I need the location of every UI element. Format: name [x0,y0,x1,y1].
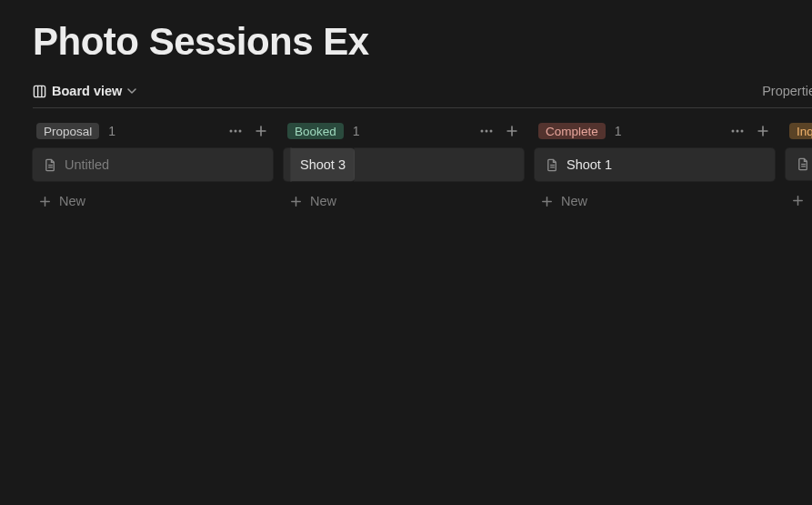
status-badge[interactable]: Inq [789,123,812,139]
add-card-icon[interactable] [253,123,269,139]
document-icon [44,158,57,172]
more-icon[interactable] [227,123,244,139]
document-icon [797,157,810,171]
more-icon[interactable] [478,123,495,139]
card-empty-area[interactable] [355,148,524,181]
plus-icon [38,195,52,208]
board-column: InqN [786,121,812,216]
svg-rect-0 [34,86,45,96]
board-column: Booked1Shoot 3New [284,121,524,216]
chevron-down-icon [127,86,136,96]
new-card-button[interactable]: New [535,187,775,216]
svg-point-3 [230,130,233,133]
board-card[interactable]: Shoot 3 [284,148,524,181]
new-card-button[interactable]: N [786,186,812,215]
page-title[interactable]: Photo Sessions Ex [33,20,812,64]
card-gutter [284,148,291,181]
column-header: Inq [786,121,812,148]
board-container: Proposal1UntitledNewBooked1Shoot 3NewCom… [33,121,812,216]
status-badge[interactable]: Booked [287,123,344,139]
add-card-icon[interactable] [755,123,771,139]
column-header: Complete1 [535,121,775,148]
new-card-button[interactable]: New [33,187,273,216]
svg-point-19 [732,130,735,133]
new-card-label: New [310,194,336,208]
svg-point-21 [741,130,744,133]
board-column: Complete1Shoot 1New [535,121,775,216]
svg-point-12 [481,130,484,133]
card-title: Shoot 1 [566,157,612,172]
svg-point-5 [239,130,242,133]
board-view-button[interactable]: Board view [33,84,136,98]
board-card[interactable] [786,148,812,180]
status-badge[interactable]: Complete [538,123,606,139]
plus-icon [540,195,554,208]
column-header: Proposal1 [33,121,273,148]
card-title: Untitled [65,157,109,172]
new-card-button[interactable]: New [284,187,524,216]
column-count: 1 [353,124,360,138]
board-view-label: Board view [52,84,122,98]
new-card-label: New [59,194,85,208]
board-column: Proposal1UntitledNew [33,121,273,216]
card-title[interactable]: Shoot 3 [300,157,346,172]
svg-point-20 [737,130,739,133]
board-icon [33,85,46,98]
board-card[interactable]: Untitled [33,148,273,181]
column-actions [478,123,520,139]
board-card[interactable]: Shoot 1 [535,148,775,181]
column-count: 1 [108,124,115,138]
status-badge[interactable]: Proposal [36,123,99,139]
plus-icon [791,194,805,207]
svg-point-14 [490,130,493,133]
svg-point-13 [486,130,488,133]
column-header: Booked1 [284,121,524,148]
column-count: 1 [615,124,622,138]
column-actions [227,123,269,139]
column-actions [729,123,771,139]
properties-button[interactable]: Propertie [762,84,812,98]
add-card-icon[interactable] [504,123,520,139]
view-toolbar: Board view Propertie [33,84,812,108]
more-icon[interactable] [729,123,746,139]
plus-icon [289,195,303,208]
document-icon [546,158,559,172]
new-card-label: New [561,194,587,208]
svg-point-4 [235,130,237,133]
